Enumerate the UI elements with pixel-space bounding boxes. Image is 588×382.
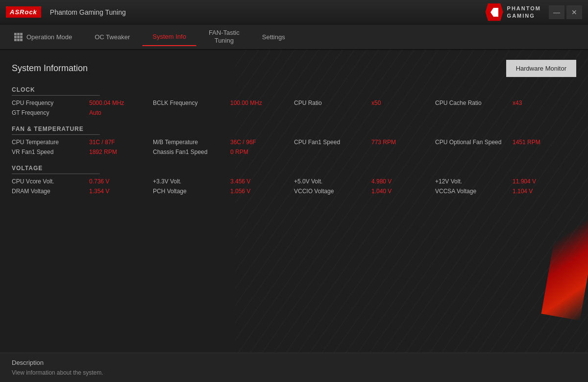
cpu-opt-fan-label: CPU Optional Fan Speed	[435, 139, 509, 146]
cpu-freq-value: 5000.04 MHz	[89, 100, 133, 106]
navbar: Operation Mode OC Tweaker System Info FA…	[0, 25, 588, 50]
cpu-fan1-cell: CPU Fan1 Speed 773 RPM	[294, 139, 435, 146]
cpu-cache-ratio-cell: CPU Cache Ratio x43	[435, 100, 576, 106]
vccio-volt-cell: VCCIO Voltage 1.040 V	[294, 188, 435, 195]
dram-volt-cell: DRAM Voltage 1.354 V	[12, 188, 153, 195]
50v-label: +5.0V Volt.	[294, 178, 368, 185]
cpu-opt-fan-cell: CPU Optional Fan Speed 1451 RPM	[435, 139, 576, 146]
pg-text: PHANTOM GAMING	[507, 5, 541, 19]
cpu-temp-cell: CPU Temperature 31C / 87F	[12, 139, 153, 146]
mb-temp-label: M/B Temperature	[153, 139, 226, 146]
content-area: System Information Hardware Monitor CLOC…	[0, 50, 588, 382]
bclk-freq-value: 100.00 MHz	[230, 100, 274, 106]
pch-volt-value: 1.056 V	[230, 188, 274, 195]
cpu-vcore-cell: CPU Vcore Volt. 0.736 V	[12, 178, 153, 185]
dram-volt-value: 1.354 V	[89, 188, 133, 195]
mb-temp-value: 36C / 96F	[230, 139, 274, 146]
cpu-cache-ratio-label: CPU Cache Ratio	[435, 100, 509, 106]
description-title: Description	[12, 359, 576, 366]
main-content: System Information Hardware Monitor CLOC…	[0, 50, 588, 382]
svg-marker-0	[490, 8, 498, 17]
cpu-vcore-value: 0.736 V	[89, 178, 133, 185]
description-area: Description View information about the s…	[0, 353, 588, 382]
fan-temp-row-2: VR Fan1 Speed 1892 RPM Chassis Fan1 Spee…	[12, 149, 576, 155]
vr-fan1-label: VR Fan1 Speed	[12, 149, 85, 155]
12v-cell: +12V Volt. 11.904 V	[435, 178, 576, 185]
bclk-freq-cell: BCLK Frequency 100.00 MHz	[153, 100, 294, 106]
hardware-monitor-button[interactable]: Hardware Monitor	[506, 60, 576, 77]
cpu-freq-label: CPU Frequency	[12, 100, 85, 106]
fan-temp-section: FAN & TEMPERATURE CPU Temperature 31C / …	[12, 124, 576, 155]
voltage-section: VOLTAGE CPU Vcore Volt. 0.736 V +3.3V Vo…	[12, 163, 576, 195]
voltage-row-2: DRAM Voltage 1.354 V PCH Voltage 1.056 V…	[12, 188, 576, 195]
vccio-volt-label: VCCIO Voltage	[294, 188, 368, 195]
app-title: Phantom Gaming Tuning	[50, 8, 126, 16]
cpu-cache-ratio-value: x43	[513, 100, 557, 106]
vr-fan1-cell: VR Fan1 Speed 1892 RPM	[12, 149, 153, 155]
tab-fan-tastic[interactable]: FAN-TasticTuning	[198, 27, 250, 46]
dram-volt-label: DRAM Voltage	[12, 188, 85, 195]
clock-row-2: GT Frequency Auto	[12, 109, 576, 116]
vccsa-volt-cell: VCCSA Voltage 1.104 V	[435, 188, 576, 195]
clock-row-1: CPU Frequency 5000.04 MHz BCLK Frequency…	[12, 100, 576, 106]
phantom-gaming-logo: PHANTOM GAMING	[486, 3, 541, 21]
gt-freq-label: GT Frequency	[12, 109, 85, 116]
clock-section: CLOCK CPU Frequency 5000.04 MHz BCLK Fre…	[12, 85, 576, 116]
minimize-button[interactable]: —	[549, 5, 564, 19]
12v-value: 11.904 V	[513, 178, 557, 185]
fan-temp-row-1: CPU Temperature 31C / 87F M/B Temperatur…	[12, 139, 576, 146]
logo-area: ASRock Phantom Gaming Tuning	[6, 6, 126, 18]
vr-fan1-value: 1892 RPM	[89, 149, 133, 155]
cpu-ratio-cell: CPU Ratio x50	[294, 100, 435, 106]
titlebar: ASRock Phantom Gaming Tuning PHANTOM GAM…	[0, 0, 588, 25]
cpu-vcore-label: CPU Vcore Volt.	[12, 178, 85, 185]
50v-cell: +5.0V Volt. 4.980 V	[294, 178, 435, 185]
tab-settings[interactable]: Settings	[252, 27, 295, 46]
window-controls: — ✕	[549, 5, 582, 19]
tab-operation-mode[interactable]: Operation Mode	[4, 27, 82, 46]
50v-value: 4.980 V	[371, 178, 416, 185]
voltage-row-1: CPU Vcore Volt. 0.736 V +3.3V Volt. 3.45…	[12, 178, 576, 185]
tab-system-info[interactable]: System Info	[142, 27, 196, 46]
clock-label: CLOCK	[12, 86, 100, 96]
33v-label: +3.3V Volt.	[153, 178, 226, 185]
vccio-volt-value: 1.040 V	[371, 188, 416, 195]
tab-oc-tweaker[interactable]: OC Tweaker	[84, 27, 140, 46]
12v-label: +12V Volt.	[435, 178, 509, 185]
gt-freq-cell: GT Frequency Auto	[12, 109, 153, 116]
asrock-logo: ASRock	[6, 6, 41, 18]
cpu-fan1-value: 773 RPM	[371, 139, 416, 146]
vccsa-volt-label: VCCSA Voltage	[435, 188, 509, 195]
cpu-ratio-label: CPU Ratio	[294, 100, 368, 106]
pch-volt-cell: PCH Voltage 1.056 V	[153, 188, 294, 195]
cpu-temp-label: CPU Temperature	[12, 139, 85, 146]
fan-temp-label: FAN & TEMPERATURE	[12, 126, 100, 135]
grid-icon	[14, 33, 23, 41]
section-header: System Information Hardware Monitor	[12, 60, 576, 77]
cpu-fan1-label: CPU Fan1 Speed	[294, 139, 368, 146]
voltage-label: VOLTAGE	[12, 165, 100, 174]
close-button[interactable]: ✕	[566, 5, 582, 19]
cpu-temp-value: 31C / 87F	[89, 139, 133, 146]
33v-value: 3.456 V	[230, 178, 274, 185]
bclk-freq-label: BCLK Frequency	[153, 100, 226, 106]
cpu-ratio-value: x50	[371, 100, 416, 106]
pg-icon	[486, 3, 503, 21]
cpu-freq-cell: CPU Frequency 5000.04 MHz	[12, 100, 153, 106]
pch-volt-label: PCH Voltage	[153, 188, 226, 195]
fan-tastic-label: FAN-TasticTuning	[209, 29, 240, 44]
chassis-fan1-cell: Chassis Fan1 Speed 0 RPM	[153, 149, 294, 155]
mb-temp-cell: M/B Temperature 36C / 96F	[153, 139, 294, 146]
cpu-opt-fan-value: 1451 RPM	[513, 139, 557, 146]
section-title: System Information	[12, 63, 88, 74]
description-text: View information about the system.	[12, 369, 576, 376]
33v-cell: +3.3V Volt. 3.456 V	[153, 178, 294, 185]
chassis-fan1-label: Chassis Fan1 Speed	[153, 149, 226, 155]
gt-freq-value: Auto	[89, 109, 133, 116]
vccsa-volt-value: 1.104 V	[513, 188, 557, 195]
chassis-fan1-value: 0 RPM	[230, 149, 274, 155]
